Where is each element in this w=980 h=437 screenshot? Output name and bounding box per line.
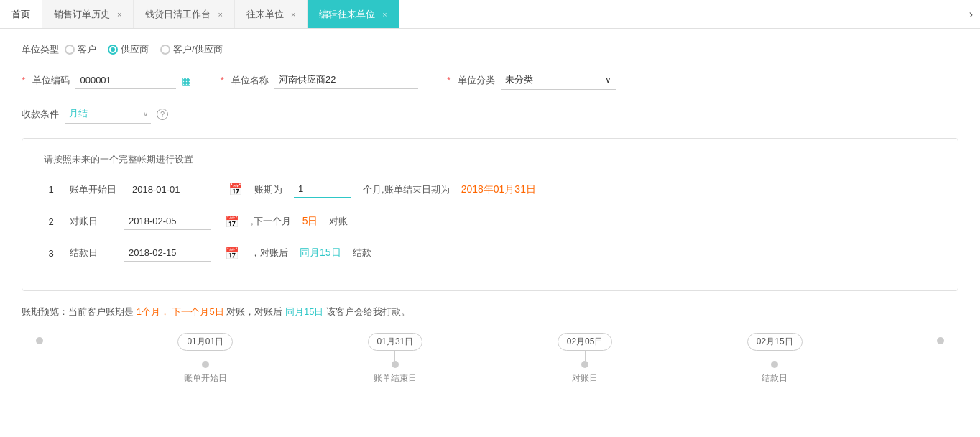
unit-type-group: 单位类型 客户 供应商 客户/供应商	[22, 43, 223, 56]
period-payment-label: 结款日	[70, 247, 113, 259]
period-reconcile-label: 对账日	[70, 215, 113, 228]
timeline-start-end	[36, 337, 43, 344]
tab-cash-close[interactable]: ×	[218, 10, 222, 19]
preview-mid: 对账，对账后	[226, 306, 282, 317]
timeline-line-1	[43, 341, 177, 341]
classify-chevron-icon: ∨	[605, 75, 611, 85]
period-payment-input[interactable]	[124, 244, 211, 262]
period-month-text: 个月,账单结束日期为	[363, 183, 450, 196]
timeline-node-1: 01月01日 账单开始日	[177, 333, 233, 385]
radio-both-circle	[160, 45, 170, 55]
payment-row: 收款条件 月结 ∨ ?	[22, 104, 958, 124]
tab-home-label: 首页	[11, 8, 30, 21]
period-num-input[interactable]	[294, 180, 351, 198]
timeline-dot-3	[581, 361, 588, 368]
timeline-dot-2	[392, 361, 399, 368]
preview-payment-day: 同月15日	[285, 306, 323, 317]
payment-label: 收款条件	[22, 108, 59, 121]
tab-sales-close[interactable]: ×	[117, 10, 121, 19]
period-payment-suffix: 结款	[353, 247, 371, 259]
radio-supplier-label: 供应商	[121, 43, 149, 56]
unit-code-label: 单位编码	[32, 74, 70, 87]
timeline-container: 01月01日 账单开始日 01月31日 账单结束日 02月05日 对账日 02月…	[22, 333, 958, 385]
period-start-input[interactable]	[128, 181, 214, 198]
period-reconcile-day-highlight: 5日	[302, 215, 318, 228]
main-content: 单位类型 客户 供应商 客户/供应商 * 单位编码	[0, 29, 980, 437]
timeline-line-2	[233, 341, 367, 341]
radio-supplier[interactable]: 供应商	[108, 43, 149, 56]
unit-info-row: * 单位编码 ▦ * 单位名称 * 单位分类 未分类 ∨	[22, 70, 958, 90]
timeline-vert-2	[394, 351, 395, 361]
preview-reconcile-day: 下一个月5日	[172, 306, 223, 317]
timeline-label-4: 结款日	[762, 372, 787, 385]
preview-section: 账期预览：当前客户账期是 1个月， 下一个月5日 对账，对账后 同月15日 该客…	[22, 305, 958, 318]
period-row-1: 1 账单开始日 📅 账期为 个月,账单结束日期为 2018年01月31日	[44, 180, 936, 198]
period-row-3: 3 结款日 📅 ，对账后 同月15日 结款	[44, 244, 936, 262]
timeline-line-3	[422, 341, 557, 341]
unit-classify-value: 未分类	[505, 73, 601, 86]
period-payment-prefix: ，对账后	[251, 247, 288, 259]
timeline-end-dot	[937, 337, 944, 344]
period-settings-box: 请按照未来的一个完整帐期进行设置 1 账单开始日 📅 账期为 个月,账单结束日期…	[22, 138, 958, 291]
radio-customer-label: 客户	[78, 43, 96, 56]
radio-both[interactable]: 客户/供应商	[160, 43, 223, 56]
timeline-vert-1	[205, 351, 205, 361]
payment-group: 收款条件 月结 ∨ ?	[22, 104, 168, 124]
timeline-dot-4	[771, 361, 778, 368]
payment-select[interactable]: 月结 ∨	[65, 104, 151, 124]
tab-cash-work[interactable]: 钱货日清工作台 ×	[134, 0, 234, 28]
unit-classify-label: 单位分类	[458, 74, 495, 87]
timeline-node-4: 02月15日 结款日	[747, 333, 803, 385]
tab-more-button[interactable]: ›	[962, 0, 980, 28]
help-icon[interactable]: ?	[157, 109, 168, 120]
unit-classify-group: * 单位分类 未分类 ∨	[447, 70, 616, 90]
timeline-label-1: 账单开始日	[184, 372, 227, 385]
tab-edit-partner[interactable]: 编辑往来单位 ×	[308, 0, 399, 28]
payment-chevron-icon: ∨	[143, 110, 148, 118]
tabs-bar: 首页 销售订单历史 × 钱货日清工作台 × 往来单位 × 编辑往来单位 × ›	[0, 0, 980, 29]
period-period-for-label: 账期为	[254, 183, 282, 196]
timeline-end-dot-wrap	[937, 337, 944, 344]
timeline-badge-1: 01月01日	[177, 333, 233, 351]
period-row-2-num: 2	[44, 216, 58, 227]
tab-partner-units[interactable]: 往来单位 ×	[235, 0, 308, 28]
timeline-badge-2: 01月31日	[368, 333, 423, 351]
timeline-badge-3: 02月05日	[558, 333, 613, 351]
timeline-label-3: 对账日	[572, 372, 598, 385]
tab-cash-label: 钱货日清工作台	[145, 8, 211, 21]
timeline-vert-3	[585, 351, 586, 361]
timeline-node-3: 02月05日 对账日	[558, 333, 613, 385]
unit-code-input[interactable]	[75, 72, 176, 89]
tab-partner-close[interactable]: ×	[291, 10, 295, 19]
period-reconcile-prefix: ,下一个月	[251, 215, 291, 228]
preview-tail: 该客户会给我打款。	[326, 306, 410, 317]
tab-edit-close[interactable]: ×	[382, 10, 387, 19]
copy-icon[interactable]: ▦	[182, 75, 191, 86]
timeline-start-dot	[36, 337, 43, 344]
timeline-label-2: 账单结束日	[374, 372, 417, 385]
tab-partner-label: 往来单位	[246, 8, 284, 21]
period-reconcile-calendar-icon[interactable]: 📅	[225, 215, 239, 229]
period-row-2: 2 对账日 📅 ,下一个月 5日 对账	[44, 213, 936, 230]
period-reconcile-suffix: 对账	[329, 215, 348, 228]
period-payment-calendar-icon[interactable]: 📅	[225, 247, 239, 260]
period-start-calendar-icon[interactable]: 📅	[228, 183, 243, 196]
period-row-1-num: 1	[44, 184, 58, 195]
tab-home[interactable]: 首页	[0, 0, 42, 28]
radio-customer[interactable]: 客户	[65, 43, 96, 56]
radio-customer-circle	[65, 45, 75, 55]
timeline-badge-4: 02月15日	[747, 333, 803, 351]
preview-period: 1个月，	[137, 306, 170, 317]
radio-both-label: 客户/供应商	[173, 43, 223, 56]
tab-sales-label: 销售订单历史	[54, 8, 110, 21]
unit-name-group: * 单位名称	[220, 72, 417, 89]
period-payment-day-highlight: 同月15日	[300, 247, 341, 259]
unit-name-input[interactable]	[274, 72, 418, 89]
period-reconcile-input[interactable]	[124, 213, 211, 230]
period-title: 请按照未来的一个完整帐期进行设置	[44, 153, 936, 166]
unit-classify-select[interactable]: 未分类 ∨	[501, 70, 616, 90]
timeline-node-2: 01月31日 账单结束日	[368, 333, 423, 385]
unit-code-star: *	[22, 75, 25, 86]
tab-sales-order-history[interactable]: 销售订单历史 ×	[42, 0, 134, 28]
period-start-label: 账单开始日	[70, 183, 116, 196]
